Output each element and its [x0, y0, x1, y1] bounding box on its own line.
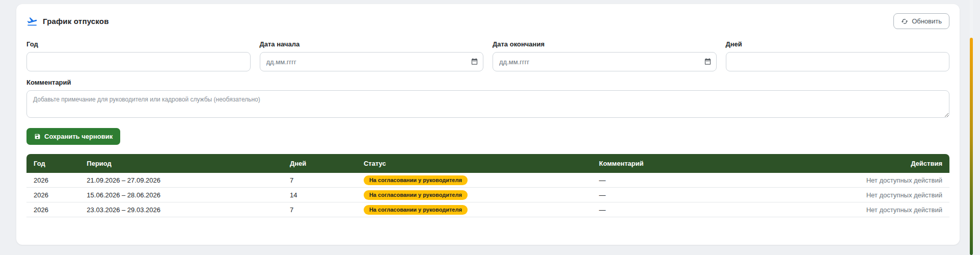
days-label: Дней [726, 40, 950, 48]
table-row: 2026 21.09.2026 – 27.09.2026 7 На соглас… [26, 173, 949, 188]
cell-year: 2026 [26, 202, 84, 217]
end-date-input[interactable] [493, 52, 717, 71]
end-date-field-group: Дата окончания [493, 40, 717, 71]
col-header-days: Дней [287, 154, 361, 173]
scrollbar-thumb[interactable] [970, 38, 973, 255]
calendar-icon[interactable] [471, 58, 478, 66]
cell-actions: Нет доступных действий [802, 202, 949, 217]
cell-comment: — [596, 173, 802, 188]
status-badge: На согласовании у руководителя [364, 175, 468, 185]
cell-comment: — [596, 188, 802, 202]
cell-period: 15.06.2026 – 28.06.2026 [84, 188, 287, 202]
col-header-actions: Действия [802, 154, 949, 173]
cell-days: 7 [287, 202, 361, 217]
cell-period: 23.03.2026 – 29.03.2026 [84, 202, 287, 217]
cell-year: 2026 [26, 173, 84, 188]
flight-takeoff-icon [26, 16, 38, 27]
page-title: График отпусков [43, 17, 109, 26]
cell-year: 2026 [26, 188, 84, 202]
cell-actions: Нет доступных действий [802, 173, 949, 188]
end-date-label: Дата окончания [493, 40, 717, 48]
vacation-table: Год Период Дней Статус Комментарий Дейст… [26, 154, 949, 217]
col-header-period: Период [84, 154, 287, 173]
start-date-input[interactable] [260, 52, 484, 71]
days-input[interactable] [726, 52, 950, 71]
refresh-icon [901, 18, 908, 25]
status-badge: На согласовании у руководителя [364, 190, 468, 200]
comment-textarea[interactable] [26, 90, 949, 118]
cell-actions: Нет доступных действий [802, 188, 949, 202]
refresh-button[interactable]: Обновить [893, 13, 949, 29]
col-header-status: Статус [361, 154, 596, 173]
cell-comment: — [596, 202, 802, 217]
comment-field-group: Комментарий [26, 79, 949, 120]
card-header: График отпусков Обновить [26, 13, 949, 29]
start-date-label: Дата начала [260, 40, 484, 48]
col-header-comment: Комментарий [596, 154, 802, 173]
year-field-group: Год [26, 40, 251, 71]
col-header-year: Год [26, 154, 84, 173]
comment-label: Комментарий [26, 79, 949, 86]
table-row: 2026 15.06.2026 – 28.06.2026 14 На согла… [26, 188, 949, 202]
vacation-form: Год Дата начала Дата окончания [26, 40, 949, 71]
table-header-row: Год Период Дней Статус Комментарий Дейст… [26, 154, 949, 173]
cell-days: 14 [287, 188, 361, 202]
year-label: Год [26, 40, 251, 48]
days-field-group: Дней [726, 40, 950, 71]
year-input[interactable] [26, 52, 251, 71]
calendar-icon[interactable] [704, 58, 712, 66]
table-row: 2026 23.03.2026 – 29.03.2026 7 На соглас… [26, 202, 949, 217]
cell-days: 7 [287, 173, 361, 188]
cell-period: 21.09.2026 – 27.09.2026 [84, 173, 287, 188]
save-icon [34, 133, 41, 140]
status-badge: На согласовании у руководителя [364, 205, 468, 215]
vacation-schedule-card: График отпусков Обновить Год Дата начала [16, 4, 960, 245]
start-date-field-group: Дата начала [260, 40, 484, 71]
save-draft-button[interactable]: Сохранить черновик [26, 128, 120, 145]
